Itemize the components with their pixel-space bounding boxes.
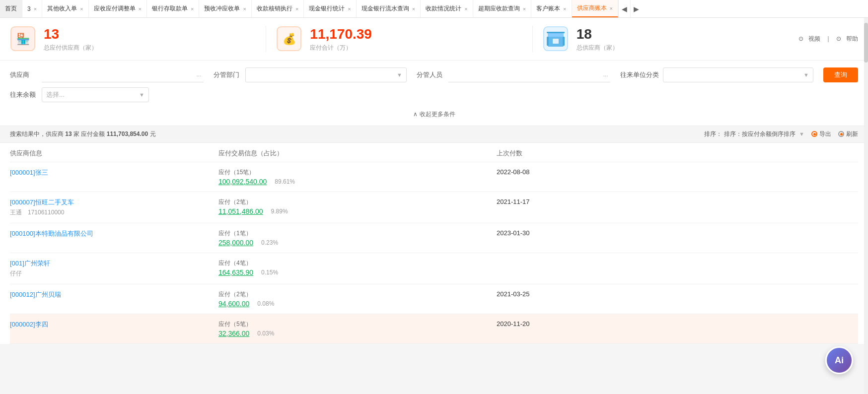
store-icon [543, 26, 569, 52]
tx-amount-row-2: 11,051,486.00 9.89% [218, 207, 497, 215]
balance-filter-select[interactable]: 选择... ▼ [42, 87, 149, 102]
lastpay-cell-6: 2020-11-20 [497, 320, 858, 328]
dept-filter-select[interactable]: ▼ [245, 67, 407, 82]
nav-receipt-stats-close[interactable]: × [464, 6, 467, 12]
export-button[interactable]: 导出 [811, 130, 831, 138]
nav-advance-offset[interactable]: 预收冲应收单 × [199, 0, 251, 17]
tx-label-1: 应付（15笔） [218, 168, 497, 177]
supplier-link-1[interactable]: [000001]张三 [10, 169, 48, 176]
tx-pct-5: 0.08% [257, 300, 274, 307]
refresh-button[interactable]: 刷新 [838, 130, 858, 138]
nav-cash-flow[interactable]: 现金银行流水查询 × [357, 0, 421, 17]
summary-amount-label: 应付合计（万） [310, 44, 372, 52]
person-filter-input[interactable]: ... [448, 67, 610, 82]
nav-overdue-query-close[interactable]: × [523, 6, 526, 12]
filter-balance: 往来余额 选择... ▼ [10, 87, 149, 102]
table-row: [000002]李四 应付（5笔） 32,366.00 0.03% 2020-1… [10, 314, 858, 344]
col-header-supplier: 供应商信息 [10, 149, 218, 158]
nav-supplier-book[interactable]: 供应商账本 × [572, 0, 618, 17]
person-input-field[interactable] [450, 67, 603, 82]
nav-receipt-stats[interactable]: 收款情况统计 × [421, 0, 473, 17]
sort-selector[interactable]: 排序： 排序：按应付余额倒序排序 ▼ [704, 130, 804, 138]
tx-amount-link-2[interactable]: 11,051,486.00 [218, 207, 263, 215]
nav-next-arrow[interactable]: ▶ [630, 0, 642, 17]
supplier-link-2[interactable]: [000007]恒旺二手叉车 [10, 198, 74, 206]
scroll-thumb[interactable] [864, 23, 868, 63]
nav-tab3[interactable]: 3 × [22, 0, 42, 17]
filter-row-1: 供应商 ... 分管部门 ▼ 分管人员 ... 往来单位分类 ▼ [10, 67, 858, 82]
tx-amount-link-6[interactable]: 32,366.00 [218, 329, 249, 337]
tx-amount-row-6: 32,366.00 0.03% [218, 329, 497, 337]
result-amount: 111,703,854.00 [107, 131, 148, 137]
nav-customer-book-close[interactable]: × [563, 6, 566, 12]
sort-label: 排序： [704, 130, 722, 138]
supplier-link-6[interactable]: [000002]李四 [10, 321, 48, 328]
nav-other-income[interactable]: 其他收入单 × [42, 0, 88, 17]
chevron-up-icon: ∧ [413, 111, 418, 118]
tx-pct-3: 0.23% [261, 239, 278, 246]
nav-advance-offset-close[interactable]: × [243, 6, 246, 12]
supplier-input-field[interactable] [44, 67, 196, 82]
summary-card3-text: 18 总供应商（家） [577, 26, 618, 52]
nav-customer-book[interactable]: 客户账本 × [531, 0, 572, 17]
tx-amount-row-3: 258,000.00 0.23% [218, 239, 497, 247]
summary-card-total-suppliers: 18 总供应商（家） [532, 26, 798, 52]
summary-card2-text: 11,170.39 应付合计（万） [310, 26, 372, 52]
collapse-label: 收起更多条件 [420, 110, 455, 119]
lastpay-cell-5: 2021-03-25 [497, 290, 858, 298]
filter-row-2: 往来余额 选择... ▼ [10, 87, 858, 102]
transaction-cell-5: 应付（2笔） 94,600.00 0.08% [218, 290, 497, 308]
supplier-filter-label: 供应商 [10, 70, 38, 79]
scrollbar[interactable] [864, 18, 868, 344]
tx-amount-link-5[interactable]: 94,600.00 [218, 300, 249, 308]
col-header-transaction: 应付交易信息（占比） [218, 149, 497, 158]
result-info-suffix: 元 [150, 131, 156, 137]
tx-amount-link-3[interactable]: 258,000.00 [218, 239, 253, 247]
supplier-link-3[interactable]: [000100]本特勤油品有限公司 [10, 230, 93, 237]
supplier-link-4[interactable]: [001]广州荣轩 [10, 260, 50, 267]
nav-supplier-book-close[interactable]: × [610, 5, 613, 11]
nav-receipt-verify-close[interactable]: × [295, 6, 298, 12]
nav-overdue-query[interactable]: 超期应收款查询 × [473, 0, 531, 17]
tx-amount-link-1[interactable]: 100,092,540.00 [218, 178, 267, 186]
nav-bank-deposit[interactable]: 银行存取款单 × [147, 0, 199, 17]
nav-adjust-close[interactable]: × [139, 6, 142, 12]
query-button[interactable]: 查询 [823, 67, 858, 82]
supplier-contact-2: 王通 17106110000 [10, 208, 218, 217]
table-row: [001]广州荣轩 仔仔 应付（4笔） 164,635.90 0.15% [10, 253, 858, 284]
nav-home[interactable]: 首页 [0, 0, 22, 17]
nav-bank-deposit-close[interactable]: × [191, 6, 194, 12]
nav-other-income-close[interactable]: × [80, 6, 83, 12]
video-link[interactable]: 视频 [808, 35, 820, 43]
help-link[interactable]: 帮助 [846, 35, 858, 43]
tx-amount-link-4[interactable]: 164,635.90 [218, 268, 253, 276]
nav-tab3-close[interactable]: × [34, 6, 37, 12]
nav-cash-stats[interactable]: 现金银行统计 × [304, 0, 356, 17]
nav-prev-arrow[interactable]: ◀ [618, 0, 630, 17]
tx-label-2: 应付（2笔） [218, 198, 497, 206]
summary-card-total-payable: 💰 11,170.39 应付合计（万） [266, 26, 532, 52]
balance-filter-label: 往来余额 [10, 90, 38, 99]
export-icon [811, 131, 817, 137]
collapse-button[interactable]: ∧ 收起更多条件 [407, 109, 461, 120]
nav-receipt-stats-label: 收款情况统计 [426, 4, 461, 13]
chevron-down-icon: ▼ [397, 72, 402, 78]
supplier-cell-2: [000007]恒旺二手叉车 王通 17106110000 [10, 198, 218, 217]
table-row: [000001]张三 应付（15笔） 100,092,540.00 89.61%… [10, 162, 858, 192]
nav-cash-stats-close[interactable]: × [348, 6, 351, 12]
table-row: [000007]恒旺二手叉车 王通 17106110000 应付（2笔） 11,… [10, 192, 858, 223]
nav-receipt-verify[interactable]: 收款核销执行 × [252, 0, 304, 17]
svg-rect-7 [553, 39, 559, 44]
svg-rect-10 [547, 32, 565, 33]
nav-cash-flow-close[interactable]: × [412, 6, 415, 12]
supplier-link-5[interactable]: [000012]广州贝瑞 [10, 291, 61, 298]
category-filter-select[interactable]: ▼ [663, 67, 814, 82]
nav-adjust[interactable]: 应收应付调整单 × [89, 0, 147, 17]
supplier-filter-input[interactable]: ... [42, 67, 204, 82]
transaction-cell-6: 应付（5笔） 32,366.00 0.03% [218, 320, 497, 337]
chevron-right-icon: ▶ [634, 5, 639, 13]
supplier-icon: 🏪 [10, 26, 36, 52]
category-chevron-icon: ▼ [803, 72, 809, 78]
supplier-cell-5: [000012]广州贝瑞 [10, 290, 218, 299]
transaction-cell-4: 应付（4笔） 164,635.90 0.15% [218, 259, 497, 276]
